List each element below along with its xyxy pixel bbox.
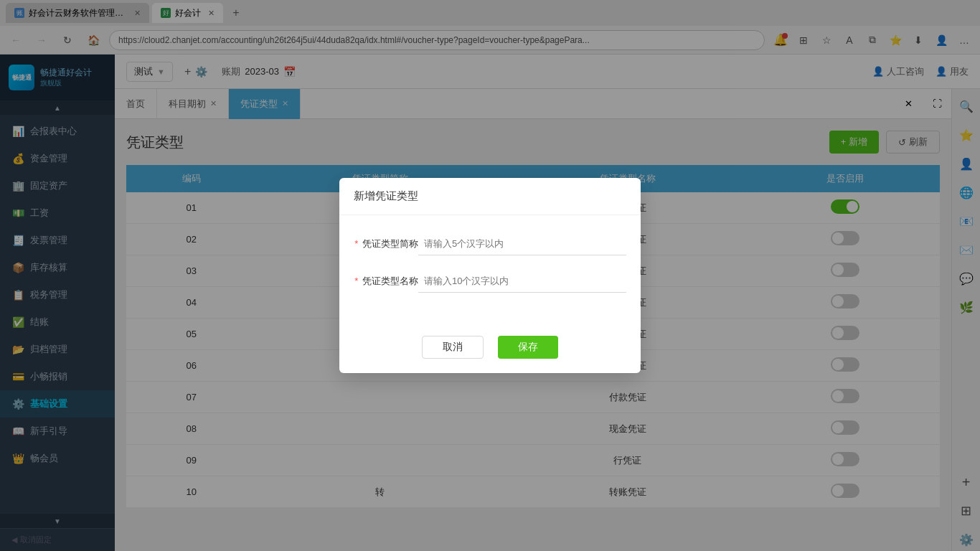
dialog-body: * 凭证类型简称 * 凭证类型名称 <box>339 215 641 324</box>
form-label-short-name: * 凭证类型简称 <box>354 237 418 250</box>
dialog-overlay: 新增凭证类型 * 凭证类型简称 * 凭证类型名称 取消 保存 <box>0 0 980 551</box>
cancel-button[interactable]: 取消 <box>422 336 484 359</box>
form-row-short-name: * 凭证类型简称 <box>354 232 626 255</box>
required-star-2: * <box>354 276 358 286</box>
form-row-full-name: * 凭证类型名称 <box>354 270 626 293</box>
dialog-title: 新增凭证类型 <box>354 189 418 202</box>
dialog-header: 新增凭证类型 <box>339 178 641 215</box>
form-label-full-name: * 凭证类型名称 <box>354 275 418 288</box>
add-voucher-dialog: 新增凭证类型 * 凭证类型简称 * 凭证类型名称 取消 保存 <box>339 178 641 373</box>
input-short-name[interactable] <box>418 232 626 255</box>
required-star-1: * <box>354 238 358 249</box>
save-button[interactable]: 保存 <box>498 336 558 359</box>
dialog-footer: 取消 保存 <box>339 324 641 373</box>
label-text-full: 凭证类型名称 <box>362 276 418 286</box>
label-text-short: 凭证类型简称 <box>362 238 418 249</box>
input-full-name[interactable] <box>418 270 626 293</box>
